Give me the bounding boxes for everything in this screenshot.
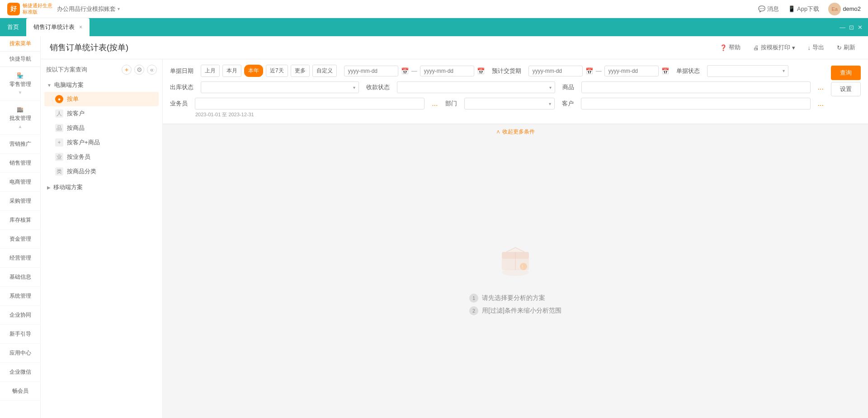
- sidebar-item-wechat[interactable]: 企业微信: [0, 363, 40, 382]
- mobile-scheme-group: ▶ 移动端方案: [44, 180, 159, 194]
- out-status-select[interactable]: [201, 81, 359, 93]
- breadcrumb[interactable]: 办公用品行业模拟账套 ▾: [57, 5, 120, 13]
- receipt-status-select[interactable]: [397, 81, 555, 93]
- customer-input[interactable]: [581, 98, 811, 109]
- expected-date-separator: —: [596, 67, 602, 74]
- bill-status-select[interactable]: [707, 65, 788, 77]
- sidebar-item-newbie[interactable]: 新手引导: [0, 325, 40, 344]
- collapse-icon: ∧: [496, 128, 500, 135]
- minimize-icon[interactable]: —: [840, 24, 845, 31]
- tab-sales-order-stats[interactable]: 销售订单统计表 ×: [26, 18, 90, 36]
- sidebar-item-finance[interactable]: 资金管理: [0, 230, 40, 249]
- bill-status-wrapper: ▾: [707, 65, 788, 77]
- print-button[interactable]: 🖨 按模板打印 ▾: [750, 42, 799, 53]
- sidebar-item-inventory[interactable]: 库存核算: [0, 211, 40, 230]
- sidebar-item-ecommerce[interactable]: 电商管理: [0, 173, 40, 192]
- user-menu[interactable]: Ea demo2: [828, 3, 861, 15]
- scheme-item-by-category[interactable]: 类 按商品分类: [44, 164, 159, 179]
- date-btn-custom[interactable]: 自定义: [312, 65, 337, 77]
- date-end-calendar-icon[interactable]: 📅: [477, 67, 485, 75]
- sidebar-item-apps[interactable]: 应用中心: [0, 344, 40, 363]
- goods-input[interactable]: [581, 81, 811, 93]
- expected-end-calendar-icon[interactable]: 📅: [661, 67, 669, 75]
- message-button[interactable]: 💬 消息: [758, 5, 779, 13]
- tab-close-icon[interactable]: ×: [79, 24, 82, 30]
- date-range-inputs: 📅 — 📅: [344, 66, 485, 76]
- sidebar-item-vip[interactable]: 畅会员: [0, 382, 40, 401]
- bill-status-label: 单据状态: [676, 67, 700, 75]
- add-icon: +: [125, 66, 128, 73]
- window-close-icon[interactable]: ✕: [858, 24, 863, 31]
- date-start-input[interactable]: [344, 66, 398, 76]
- breadcrumb-dropdown-icon[interactable]: ▾: [118, 6, 120, 11]
- message-icon: 💬: [758, 5, 765, 12]
- filter-row-status: 出库状态 ▾ 收款状态: [170, 81, 824, 93]
- top-bar-right: 💬 消息 📱 App下载 Ea demo2: [758, 3, 861, 15]
- sidebar-item-operations[interactable]: 经营管理: [0, 249, 40, 268]
- mobile-scheme-group-header[interactable]: ▶ 移动端方案: [44, 180, 159, 194]
- scheme-item-by-salesperson[interactable]: 业 按业务员: [44, 150, 159, 164]
- expected-date-start-input[interactable]: [528, 66, 583, 76]
- app-download-button[interactable]: 📱 App下载: [788, 5, 819, 13]
- sidebar-item-basic[interactable]: 基础信息: [0, 268, 40, 287]
- export-button[interactable]: ↓ 导出: [804, 42, 828, 53]
- expected-start-calendar-icon[interactable]: 📅: [585, 67, 593, 75]
- collapse-icon: «: [150, 66, 154, 73]
- scheme-category-icon: 类: [55, 167, 63, 176]
- maximize-icon[interactable]: ⊡: [849, 24, 854, 31]
- tab-home[interactable]: 首页: [0, 18, 26, 36]
- left-panel-actions: + ⚙ «: [122, 65, 157, 75]
- scheme-item-by-customer[interactable]: 人 按客户: [44, 106, 159, 121]
- sidebar-item-enterprise[interactable]: 企业协同: [0, 306, 40, 325]
- print-dropdown-icon[interactable]: ▾: [792, 44, 795, 51]
- sidebar-quicknav[interactable]: 快捷导航: [0, 52, 40, 67]
- sidebar-search[interactable]: 搜索菜单: [0, 36, 40, 52]
- scheme-salesperson-icon: 业: [55, 153, 63, 161]
- sidebar-item-wholesale[interactable]: 🏬 批发管理 ▲: [0, 101, 40, 135]
- scheme-item-by-order[interactable]: ● 按单: [44, 92, 159, 106]
- scheme-item-by-cust-goods[interactable]: + 按客户+商品: [44, 135, 159, 150]
- department-select[interactable]: [464, 98, 555, 109]
- settings-button[interactable]: 设置: [831, 82, 861, 96]
- date-end-input[interactable]: [420, 66, 474, 76]
- logo-text: 畅捷通好生意 标准版: [23, 3, 52, 14]
- date-btn-last-month[interactable]: 上月: [201, 65, 220, 77]
- query-button[interactable]: 查询: [831, 66, 861, 80]
- expected-date-end-input[interactable]: [604, 66, 659, 76]
- date-btn-last7days[interactable]: 近7天: [266, 65, 288, 77]
- empty-icon: !: [493, 238, 538, 286]
- sidebar-item-sales[interactable]: 销售管理: [0, 154, 40, 173]
- filter-area: 单据日期 上月 本月 本年 近7天 更多 自定义: [163, 59, 868, 124]
- pc-scheme-group-header[interactable]: ▼ 电脑端方案: [44, 78, 159, 92]
- refresh-button[interactable]: ↻ 刷新: [833, 42, 859, 53]
- print-icon: 🖨: [753, 44, 759, 51]
- customer-more-icon[interactable]: ...: [818, 100, 824, 108]
- empty-state: ! 1 请先选择要分析的方案 2 用[过滤]条件来缩小分析范围: [163, 139, 868, 418]
- scheme-settings-button[interactable]: ⚙: [134, 65, 144, 75]
- date-separator: —: [411, 67, 417, 74]
- svg-text:!: !: [522, 265, 523, 270]
- sidebar-item-purchase[interactable]: 采购管理: [0, 192, 40, 211]
- sidebar-item-marketing[interactable]: 营销推广: [0, 135, 40, 154]
- sidebar-item-system[interactable]: 系统管理: [0, 287, 40, 306]
- collapse-bar[interactable]: ∧ 收起更多条件: [163, 124, 868, 139]
- date-start-calendar-icon[interactable]: 📅: [401, 67, 409, 75]
- goods-more-icon[interactable]: ...: [818, 83, 824, 91]
- sidebar-item-retail[interactable]: 🏪 零售管理 ▼: [0, 67, 40, 101]
- retail-icon: 🏪: [17, 72, 24, 79]
- pc-scheme-group: ▼ 电脑端方案 ● 按单 人 按客户 品 按商品: [44, 78, 159, 179]
- date-btn-this-year[interactable]: 本年: [244, 65, 263, 77]
- scheme-item-by-goods[interactable]: 品 按商品: [44, 121, 159, 135]
- department-label: 部门: [445, 100, 457, 108]
- collapse-panel-button[interactable]: «: [147, 65, 157, 75]
- receipt-status-wrapper: ▾: [397, 81, 555, 93]
- date-btn-more[interactable]: 更多: [291, 65, 310, 77]
- salesperson-more-icon[interactable]: ...: [432, 100, 438, 108]
- date-range-display: 2023-01-01 至 2023-12-31: [170, 111, 861, 118]
- logo-area: 好 畅捷通好生意 标准版: [7, 3, 52, 15]
- svg-point-4: [520, 263, 527, 270]
- add-scheme-button[interactable]: +: [122, 65, 132, 75]
- salesperson-input[interactable]: [195, 98, 425, 109]
- date-btn-this-month[interactable]: 本月: [222, 65, 241, 77]
- help-button[interactable]: ❓ 帮助: [716, 42, 744, 53]
